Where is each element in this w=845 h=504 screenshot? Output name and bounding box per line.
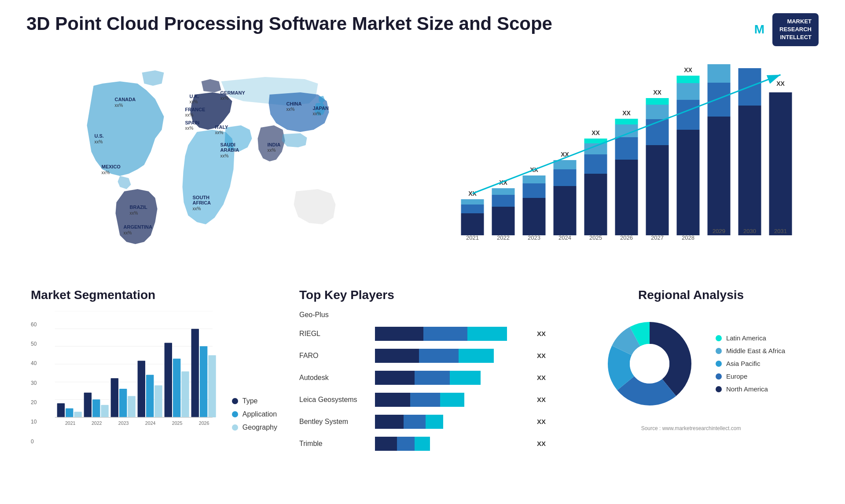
source-text: Source : www.marketresearchintellect.com — [641, 425, 741, 431]
svg-rect-77 — [738, 106, 761, 235]
svg-text:XX: XX — [684, 66, 692, 73]
svg-rect-36 — [492, 188, 515, 195]
svg-rect-120 — [209, 355, 216, 417]
bar-seg1 — [375, 349, 419, 363]
svg-text:2026: 2026 — [620, 234, 633, 241]
player-name-trimble: Trimble — [299, 440, 370, 448]
svg-text:xx%: xx% — [190, 99, 198, 104]
svg-text:CHINA: CHINA — [287, 101, 302, 106]
map-section: CANADA xx% U.S. xx% MEXICO xx% BRAZIL xx… — [26, 59, 416, 270]
legend-type: Type — [232, 397, 277, 405]
seg-y-axis: 0 10 20 30 40 50 60 — [31, 321, 40, 445]
svg-rect-116 — [182, 371, 189, 417]
svg-text:xx%: xx% — [220, 153, 229, 158]
bar-seg2 — [397, 437, 415, 451]
bar-seg2 — [415, 371, 450, 385]
svg-rect-40 — [523, 183, 546, 198]
svg-rect-63 — [646, 105, 669, 119]
bar-seg3 — [426, 415, 443, 429]
bar-seg1 — [375, 327, 423, 341]
logo-line2: RESEARCH — [779, 26, 812, 33]
svg-rect-98 — [57, 403, 65, 417]
player-row-trimble: Trimble XX — [299, 437, 546, 451]
svg-rect-58 — [615, 119, 638, 124]
pie-legend-europe: Europe — [716, 373, 785, 380]
svg-text:2022: 2022 — [497, 234, 510, 241]
bar-seg1 — [375, 415, 404, 429]
svg-rect-39 — [523, 198, 546, 235]
regional-pie-svg — [597, 311, 702, 416]
bar-seg3 — [467, 327, 507, 341]
pie-legend: Latin America Middle East & Africa Asia … — [716, 334, 785, 393]
segmentation-title: Market Segmentation — [31, 288, 277, 302]
logo-letter: M — [754, 22, 764, 37]
bar-seg1 — [375, 393, 410, 407]
world-map-svg: CANADA xx% U.S. xx% MEXICO xx% BRAZIL xx… — [26, 59, 416, 257]
svg-rect-115 — [173, 358, 180, 417]
svg-text:2023: 2023 — [118, 420, 129, 426]
bar-seg2 — [423, 327, 467, 341]
svg-text:2023: 2023 — [528, 234, 540, 241]
legend-type-label: Type — [242, 397, 258, 405]
svg-rect-108 — [128, 396, 136, 417]
svg-rect-99 — [66, 408, 73, 417]
pie-legend-latin: Latin America — [716, 334, 785, 342]
svg-rect-80 — [769, 92, 792, 235]
svg-text:2031: 2031 — [774, 228, 787, 234]
bar-seg3 — [440, 393, 464, 407]
svg-rect-41 — [523, 175, 546, 183]
svg-rect-107 — [119, 389, 127, 417]
svg-text:CANADA: CANADA — [115, 97, 136, 102]
svg-text:U.K.: U.K. — [190, 94, 199, 99]
svg-text:2021: 2021 — [466, 234, 479, 241]
svg-rect-45 — [554, 169, 577, 186]
svg-rect-68 — [677, 100, 700, 130]
bar-seg3 — [450, 371, 481, 385]
svg-text:AFRICA: AFRICA — [193, 200, 211, 205]
latin-label: Latin America — [726, 334, 766, 342]
player-xx-faro: XX — [537, 352, 546, 359]
player-name-leica: Leica Geosystems — [299, 396, 370, 404]
bar-chart-wrapper: XX 2021 XX 2022 XX 2023 — [438, 64, 810, 248]
bar-chart-svg: XX 2021 XX 2022 XX 2023 — [438, 64, 810, 248]
svg-rect-114 — [165, 343, 172, 417]
na-color — [716, 386, 722, 392]
svg-text:U.S.: U.S. — [95, 133, 104, 139]
player-bar-faro — [375, 349, 528, 363]
europe-color — [716, 373, 722, 380]
header: 3D Point Cloud Processing Software Marke… — [26, 13, 819, 46]
svg-rect-74 — [708, 83, 731, 117]
svg-text:GERMANY: GERMANY — [220, 90, 246, 95]
legend-application: Application — [232, 410, 277, 418]
svg-text:SPAIN: SPAIN — [185, 120, 200, 125]
bar-seg3 — [415, 437, 430, 451]
svg-point-128 — [630, 344, 669, 383]
svg-rect-49 — [584, 174, 607, 235]
svg-text:XX: XX — [622, 110, 631, 117]
svg-text:ARGENTINA: ARGENTINA — [124, 224, 152, 230]
svg-text:SOUTH: SOUTH — [193, 195, 210, 200]
pie-container: Latin America Middle East & Africa Asia … — [597, 311, 785, 416]
svg-text:xx%: xx% — [95, 139, 103, 144]
svg-rect-104 — [101, 405, 109, 417]
svg-rect-56 — [615, 137, 638, 160]
logo-box: MARKET RESEARCH INTELLECT — [772, 13, 819, 46]
svg-text:2026: 2026 — [199, 420, 209, 426]
svg-text:xx%: xx% — [115, 103, 123, 108]
svg-text:XX: XX — [776, 80, 785, 87]
svg-text:INDIA: INDIA — [268, 142, 281, 147]
svg-text:xx%: xx% — [313, 111, 321, 116]
svg-text:BRAZIL: BRAZIL — [130, 205, 148, 210]
player-xx-leica: XX — [537, 396, 546, 403]
latin-color — [716, 335, 722, 341]
regional-title: Regional Analysis — [638, 288, 744, 302]
bar-seg2 — [419, 349, 459, 363]
legend-geo-dot — [232, 424, 238, 431]
bar-seg2 — [410, 393, 440, 407]
seg-chart-svg: 2021 2022 2023 — [44, 311, 227, 443]
page-title: 3D Point Cloud Processing Software Marke… — [26, 13, 552, 34]
player-name-riegl: RIEGL — [299, 330, 370, 338]
svg-rect-106 — [111, 378, 118, 417]
legend-geography: Geography — [232, 424, 277, 431]
apac-color — [716, 361, 722, 367]
